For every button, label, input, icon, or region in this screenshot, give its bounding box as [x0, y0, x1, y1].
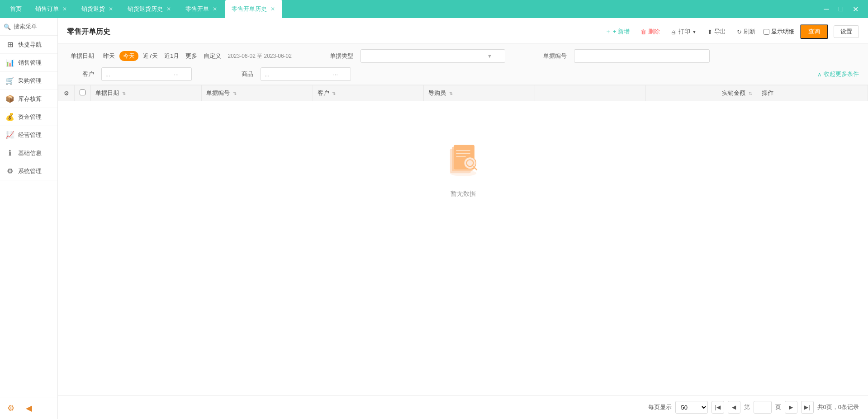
settings-button[interactable]: 设置: [834, 25, 859, 38]
sidebar-item-quick-nav[interactable]: ⊞ 快捷导航: [0, 36, 57, 54]
sort-guide-icon: ⇅: [449, 91, 453, 96]
tab-sales-order[interactable]: 销售订单 ✕: [29, 0, 74, 18]
empty-text: 暂无数据: [451, 190, 476, 198]
customer-label: 客户: [67, 70, 94, 78]
col-no[interactable]: 单据编号 ⇅: [202, 85, 313, 101]
display-detail-toggle[interactable]: 显示明细: [764, 28, 795, 36]
col-guide[interactable]: 导购员 ⇅: [424, 85, 535, 101]
customer-select[interactable]: ... ···: [101, 67, 192, 81]
tab-sales-return-history-close[interactable]: ✕: [166, 6, 172, 12]
sort-amount-icon: ⇅: [749, 91, 752, 96]
export-icon: ⬆: [707, 28, 712, 35]
col-amount[interactable]: 实销金额 ⇅: [646, 85, 757, 101]
col-checkbox[interactable]: [75, 85, 91, 101]
page-unit: 页: [775, 403, 781, 411]
sort-no-icon: ⇅: [233, 91, 237, 96]
tab-home[interactable]: 首页: [4, 0, 28, 18]
last-page-button[interactable]: ▶|: [801, 401, 814, 414]
delete-button[interactable]: 🗑 删除: [638, 26, 663, 37]
sidebar-item-inventory[interactable]: 📦 库存核算: [0, 90, 57, 108]
total-info: 共0页，0条记录: [817, 403, 859, 411]
sidebar-settings-button[interactable]: ⚙: [4, 401, 18, 415]
inventory-icon: 📦: [5, 94, 14, 103]
collapse-button[interactable]: ∧ 收起更多条件: [817, 70, 859, 78]
sales-icon: 📊: [5, 58, 14, 67]
maximize-button[interactable]: □: [835, 4, 846, 14]
col-customer[interactable]: 客户 ⇅: [313, 85, 423, 101]
sidebar-item-basic-info[interactable]: ℹ 基础信息: [0, 144, 57, 162]
filter-section: 单据日期 昨天 今天 近7天 近1月 更多 自定义 2023-06-02 至 2…: [58, 44, 868, 85]
delete-icon: 🗑: [640, 28, 646, 35]
page-title: 零售开单历史: [67, 27, 110, 37]
doc-no-input[interactable]: [574, 49, 710, 63]
tab-bar: 首页 销售订单 ✕ 销货退货 ✕ 销货退货历史 ✕ 零售开单 ✕ 零售开单历史 …: [4, 0, 821, 18]
product-select[interactable]: ... ···: [261, 67, 351, 81]
query-button[interactable]: 查询: [800, 24, 828, 39]
date-today[interactable]: 今天: [119, 51, 138, 61]
empty-illustration: [441, 137, 486, 183]
sidebar-bottom: ⚙ ◀: [0, 397, 57, 419]
doc-type-select[interactable]: ▼: [360, 49, 505, 63]
sidebar-item-purchase-mgmt[interactable]: 🛒 采购管理: [0, 72, 57, 90]
sidebar-collapse-button[interactable]: ◀: [22, 401, 36, 415]
date-label: 单据日期: [67, 52, 94, 60]
tab-retail-open-history-close[interactable]: ✕: [270, 6, 276, 12]
collapse-icon: ∧: [817, 71, 822, 78]
per-page-label: 每页显示: [648, 403, 672, 411]
display-detail-checkbox[interactable]: [764, 29, 769, 35]
col-settings[interactable]: ⚙: [58, 85, 75, 101]
add-icon: ＋: [605, 28, 611, 36]
next-page-button[interactable]: ▶: [785, 401, 797, 414]
table-header: ⚙ 单据日期 ⇅ 单据编号 ⇅ 客户: [58, 85, 868, 101]
first-page-button[interactable]: |◀: [711, 401, 724, 414]
tab-retail-open[interactable]: 零售开单 ✕: [179, 0, 224, 18]
col-date[interactable]: 单据日期 ⇅: [91, 85, 202, 101]
refresh-icon: ↻: [737, 28, 742, 35]
data-table: ⚙ 单据日期 ⇅ 单据编号 ⇅ 客户: [58, 85, 868, 101]
sidebar-item-finance[interactable]: 💰 资金管理: [0, 108, 57, 126]
select-all-checkbox[interactable]: [80, 89, 85, 95]
per-page-select[interactable]: 10 20 50 100: [675, 401, 708, 414]
date-custom[interactable]: 自定义: [202, 51, 223, 61]
doc-no-label: 单据编号: [540, 52, 567, 60]
tab-sales-return-close[interactable]: ✕: [108, 6, 114, 12]
date-yesterday[interactable]: 昨天: [101, 51, 117, 61]
date-more[interactable]: 更多: [184, 51, 199, 61]
sidebar-item-sales-mgmt[interactable]: 📊 销售管理: [0, 54, 57, 72]
ops-icon: 📈: [5, 131, 14, 139]
customer-more-icon: ···: [174, 71, 179, 78]
empty-state: 暂无数据: [58, 101, 868, 234]
sidebar-search[interactable]: 🔍 搜索采单: [0, 18, 57, 36]
close-button[interactable]: ✕: [850, 4, 861, 14]
export-button[interactable]: ⬆ 导出: [705, 26, 729, 37]
basic-info-icon: ℹ: [5, 149, 14, 157]
sidebar-item-sys-mgmt[interactable]: ⚙ 系统管理: [0, 162, 57, 180]
tab-retail-open-history[interactable]: 零售开单历史 ✕: [225, 0, 282, 18]
print-dropdown-icon: ▼: [692, 29, 697, 34]
filter-row-2: 客户 ... ··· 商品 ... ··· ∧ 收起更多条件: [67, 67, 859, 81]
refresh-button[interactable]: ↻ 刷新: [734, 26, 758, 37]
toolbar: ＋ + 新增 🗑 删除 🖨 打印 ▼ ⬆ 导出 ↻: [602, 24, 859, 39]
table-container: ⚙ 单据日期 ⇅ 单据编号 ⇅ 客户: [58, 85, 868, 395]
sys-mgmt-icon: ⚙: [5, 167, 14, 175]
minimize-button[interactable]: ─: [821, 4, 832, 14]
print-icon: 🖨: [671, 28, 677, 35]
top-nav: 首页 销售订单 ✕ 销货退货 ✕ 销货退货历史 ✕ 零售开单 ✕ 零售开单历史 …: [0, 0, 868, 18]
tab-sales-return[interactable]: 销货退货 ✕: [75, 0, 120, 18]
date-1month[interactable]: 近1月: [162, 51, 181, 61]
page-input[interactable]: 1: [754, 401, 772, 414]
page-label: 第: [744, 403, 750, 411]
prev-page-button[interactable]: ◀: [728, 401, 740, 414]
col-middle: [535, 85, 645, 101]
tab-sales-order-close[interactable]: ✕: [62, 6, 68, 12]
product-label: 商品: [226, 70, 253, 78]
add-button[interactable]: ＋ + 新增: [602, 26, 632, 37]
sidebar: 🔍 搜索采单 ⊞ 快捷导航 📊 销售管理 🛒 采购管理 📦 库存核算 💰 资金管…: [0, 18, 58, 419]
sidebar-item-ops-mgmt[interactable]: 📈 经营管理: [0, 126, 57, 144]
page-header: 零售开单历史 ＋ + 新增 🗑 删除 🖨 打印 ▼ ⬆ 导出: [58, 18, 868, 44]
filter-row-1: 单据日期 昨天 今天 近7天 近1月 更多 自定义 2023-06-02 至 2…: [67, 49, 859, 63]
date-7days[interactable]: 近7天: [141, 51, 160, 61]
print-button[interactable]: 🖨 打印 ▼: [668, 26, 699, 37]
tab-retail-open-close[interactable]: ✕: [212, 6, 218, 12]
tab-sales-return-history[interactable]: 销货退货历史 ✕: [121, 0, 178, 18]
